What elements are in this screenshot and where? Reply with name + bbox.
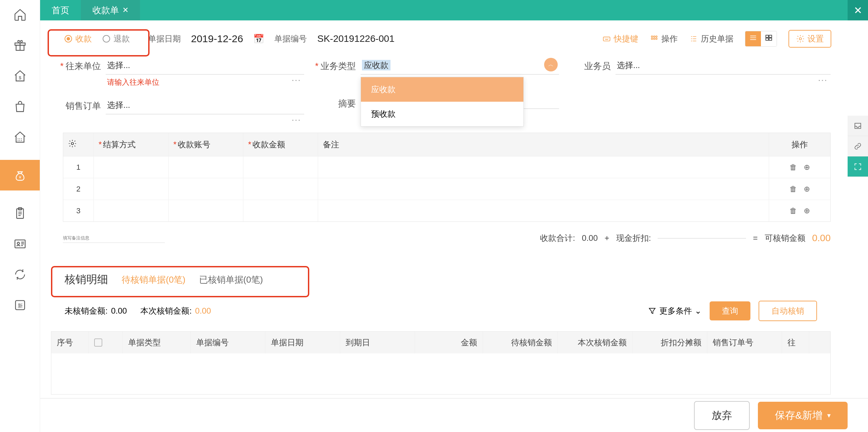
add-row-icon[interactable]: ⊕: [804, 163, 810, 172]
cell-amount[interactable]: [243, 156, 318, 178]
rail-expand-icon[interactable]: [848, 156, 868, 177]
row-index: 3: [63, 200, 94, 221]
calendar-icon[interactable]: 📅: [253, 34, 264, 44]
auto-writeoff-button[interactable]: 自动核销: [759, 301, 817, 321]
party-error: 请输入往来单位: [107, 77, 304, 87]
left-nav: $ ¥ 新: [0, 0, 40, 432]
summary-label: 摘要: [311, 98, 356, 110]
delete-row-icon[interactable]: 🗑: [789, 185, 797, 194]
cell-settle[interactable]: [94, 178, 169, 200]
salesperson-more-icon[interactable]: ⋯: [818, 74, 828, 86]
rail-inbox-icon[interactable]: [848, 116, 868, 136]
radio-refund[interactable]: 退款: [103, 33, 130, 44]
view-list-icon[interactable]: [745, 31, 761, 46]
party-input[interactable]: 选择...: [106, 58, 304, 74]
nav-id-icon[interactable]: [12, 236, 28, 252]
biztype-select[interactable]: 应收款: [361, 58, 559, 74]
settings-button[interactable]: 设置: [788, 30, 831, 48]
biztype-option-advance[interactable]: 预收款: [361, 102, 523, 126]
nav-house-dollar-icon[interactable]: $: [12, 68, 28, 84]
shortcut-action[interactable]: 快捷键: [602, 33, 638, 44]
salesperson-input[interactable]: 选择...: [615, 58, 831, 74]
avail-value: 0.00: [812, 233, 831, 244]
operate-action[interactable]: 操作: [650, 33, 678, 44]
table-row: 2 🗑⊕: [63, 178, 830, 200]
row-index: 1: [63, 156, 94, 178]
svg-point-7: [17, 242, 19, 245]
sum-value: 0.00: [582, 233, 598, 243]
party-more-icon[interactable]: ⋯: [291, 74, 301, 86]
chevron-down-icon: ⌄: [695, 306, 701, 316]
close-window-icon[interactable]: ✕: [848, 0, 868, 20]
cell-account[interactable]: [169, 200, 243, 221]
radio-receive[interactable]: 收款: [65, 33, 92, 44]
gear-icon: [796, 34, 805, 43]
select-all-checkbox[interactable]: [94, 338, 102, 347]
delete-row-icon[interactable]: 🗑: [789, 206, 797, 215]
salesorder-input[interactable]: 选择...: [106, 98, 304, 114]
add-row-icon[interactable]: ⊕: [804, 185, 810, 194]
plus-sign: +: [605, 233, 609, 243]
nav-refresh-icon[interactable]: [12, 267, 28, 282]
salesperson-label: 业务员: [566, 60, 611, 72]
discard-button[interactable]: 放弃: [694, 401, 750, 430]
writeoff-table-header: 序号 单据类型 单据编号 单据日期 到期日 金额 待核销金额 本次核销金额 折扣…: [51, 332, 830, 353]
biztype-option-receivable[interactable]: 应收款: [361, 77, 523, 102]
remark-input[interactable]: [63, 233, 165, 243]
tab-done[interactable]: 已核销单据(0笔): [199, 274, 263, 286]
cell-amount[interactable]: [243, 178, 318, 200]
discount-input[interactable]: [658, 238, 746, 238]
query-button[interactable]: 查询: [710, 301, 750, 320]
wo-col-docno: 单据编号: [191, 332, 265, 353]
tab-home[interactable]: 首页: [40, 0, 81, 20]
chevron-down-icon[interactable]: ▾: [827, 411, 831, 419]
nav-clipboard-icon[interactable]: [12, 205, 28, 221]
wo-col-party: 往: [782, 332, 809, 353]
nav-building-icon[interactable]: [12, 129, 28, 145]
cell-account[interactable]: [169, 156, 243, 178]
nav-new-icon[interactable]: 新: [12, 297, 28, 313]
document-header: 收款 退款 单据日期 2019-12-26 📅 单据编号 SK-20191226…: [40, 20, 848, 54]
cell-settle[interactable]: [94, 156, 169, 178]
salesorder-more-icon[interactable]: ⋯: [291, 114, 301, 126]
docno-label: 单据编号: [274, 33, 307, 44]
date-value[interactable]: 2019-12-26: [191, 33, 243, 45]
add-row-icon[interactable]: ⊕: [804, 206, 810, 215]
table-gear-icon[interactable]: [68, 139, 77, 150]
rail-link-icon[interactable]: [848, 136, 868, 156]
cell-remark[interactable]: [318, 200, 769, 221]
cell-settle[interactable]: [94, 200, 169, 221]
nav-home-icon[interactable]: [12, 7, 28, 22]
history-action[interactable]: 历史单据: [689, 33, 733, 44]
right-rail: [848, 116, 868, 177]
tab-receipt[interactable]: 收款单 ✕: [81, 0, 140, 20]
close-tab-icon[interactable]: ✕: [122, 6, 128, 15]
receipt-refund-radio-group: 收款 退款: [56, 31, 138, 46]
delete-row-icon[interactable]: 🗑: [789, 163, 797, 172]
items-table: *结算方式 *收款账号 *收款金额 备注 操作 1 🗑⊕ 2 🗑⊕ 3 🗑⊕: [63, 133, 831, 222]
save-and-new-button[interactable]: 保存&新增▾: [758, 402, 848, 429]
chevron-up-icon[interactable]: ︿: [544, 58, 558, 71]
col-settle: 结算方式: [103, 139, 136, 150]
table-row: 3 🗑⊕: [63, 200, 830, 221]
cell-account[interactable]: [169, 178, 243, 200]
nav-money-bag-icon[interactable]: ¥: [0, 160, 40, 190]
pending-amt-label: 未核销金额:: [65, 305, 108, 316]
view-toggle: [745, 31, 777, 47]
cell-remark[interactable]: [318, 156, 769, 178]
tab-pending[interactable]: 待核销单据(0笔): [122, 274, 186, 286]
svg-rect-19: [766, 38, 768, 40]
nav-bag-icon[interactable]: [12, 99, 28, 114]
biztype-label: 业务类型: [311, 60, 356, 72]
grid-icon: [650, 34, 659, 43]
cell-amount[interactable]: [243, 200, 318, 221]
col-account: 收款账号: [178, 139, 210, 150]
wo-col-index: 序号: [51, 332, 89, 353]
svg-rect-10: [603, 37, 610, 41]
svg-text:$: $: [19, 75, 21, 80]
view-card-icon[interactable]: [761, 31, 777, 46]
nav-gift-icon[interactable]: [12, 37, 28, 53]
more-conditions[interactable]: 更多条件 ⌄: [648, 305, 701, 316]
cell-remark[interactable]: [318, 178, 769, 200]
list-icon: [689, 34, 698, 43]
